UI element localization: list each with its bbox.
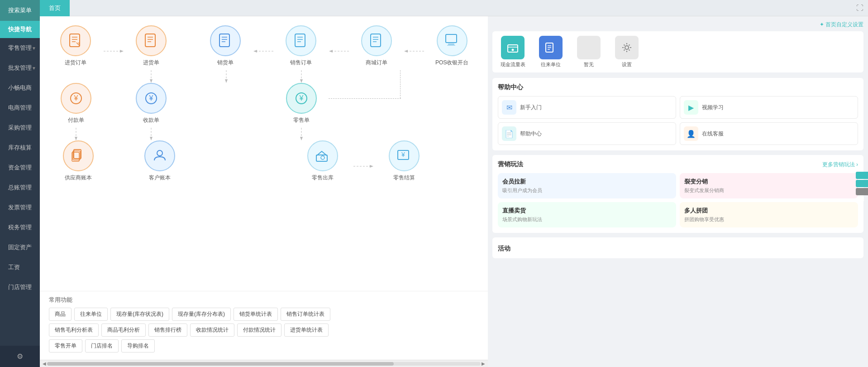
node-payment-in[interactable]: ¥ 收款单	[124, 83, 178, 124]
gear-icon: ⚙	[17, 353, 23, 360]
node-retail-order[interactable]: ¥ 零售单	[274, 83, 329, 124]
node-payment-out[interactable]: ¥ 付款单	[49, 83, 103, 124]
sidebar-item-inventory[interactable]: 库存核算	[0, 138, 40, 158]
svg-text:¥: ¥	[299, 94, 304, 102]
customize-link[interactable]: ✦ 首页自定义设置	[492, 21, 863, 29]
sidebar-item-assets[interactable]: 固定资产	[0, 237, 40, 257]
svg-marker-56	[370, 165, 373, 168]
svg-point-61	[512, 49, 514, 51]
func-btn-counterpart[interactable]: 往来单位	[74, 308, 108, 321]
help-item-newbie[interactable]: ✉ 新手入门	[498, 96, 676, 119]
func-btn-receipt-stats[interactable]: 收款情况统计	[190, 324, 234, 337]
func-btn-payment-stats[interactable]: 付款情况统计	[237, 324, 281, 337]
func-btn-retail-order[interactable]: 零售开单	[49, 339, 82, 353]
sidebar-item-tax[interactable]: 税务管理	[0, 217, 40, 237]
varrow-payment-out	[49, 128, 103, 140]
func-btn-goods-margin[interactable]: 商品毛利分析	[101, 324, 146, 337]
func-btn-guide-rank[interactable]: 导购排名	[121, 339, 155, 353]
node-purchase-bill[interactable]: 进货单	[124, 25, 178, 67]
float-btn-customer-service[interactable]: 客服热线	[856, 172, 868, 179]
sidebar-settings[interactable]: ⚙	[0, 346, 40, 367]
sidebar-item-general-ledger[interactable]: 总账管理	[0, 178, 40, 198]
main-area: 首页 ⛶ 进货订单	[40, 0, 868, 367]
func-btn-stock-dist[interactable]: 现存量(库存分布表)	[172, 308, 231, 321]
svg-marker-32	[150, 79, 153, 83]
svg-marker-48	[300, 137, 303, 140]
scroll-track[interactable]	[47, 362, 481, 366]
func-buttons-row3: 零售开单 门店排名 导购排名	[49, 339, 479, 353]
marketing-more-link[interactable]: 更多营销玩法 ›	[822, 161, 858, 169]
svg-rect-29	[448, 43, 454, 45]
marketing-item-fission[interactable]: 裂变分销 裂变式发展分销商	[680, 173, 858, 198]
svg-marker-36	[300, 79, 303, 83]
quick-icon-settings[interactable]: 设置	[611, 36, 643, 68]
svg-marker-46	[150, 137, 153, 140]
scroll-bar[interactable]: ◀ ▶	[40, 360, 488, 367]
varrow-payment-in	[124, 128, 178, 140]
func-btn-goods[interactable]: 商品	[49, 308, 72, 321]
expand-icon[interactable]: ⛶	[856, 4, 868, 12]
node-retail-warehouse[interactable]: 零售出库	[293, 140, 352, 182]
scroll-thumb[interactable]	[47, 362, 394, 366]
tab-home[interactable]: 首页	[40, 0, 70, 16]
func-btn-sales-order-stats[interactable]: 销售订单统计表	[281, 308, 330, 321]
func-btn-sales-rank[interactable]: 销售排行榜	[148, 324, 187, 337]
quick-icon-counterpart[interactable]: 往来单位	[535, 36, 567, 68]
svg-text:¥: ¥	[149, 94, 153, 102]
search-label: 搜索菜单	[8, 7, 32, 14]
quick-icon-none[interactable]: 暂无	[573, 36, 605, 68]
svg-marker-44	[75, 137, 77, 140]
sidebar-item-purchase[interactable]: 采购管理	[0, 118, 40, 138]
float-btn-community[interactable]: 服务社区	[856, 180, 868, 187]
node-supplier-account[interactable]: 供应商账本	[49, 140, 108, 182]
marketing-item-live[interactable]: 直播卖货 场景式购物新玩法	[498, 202, 676, 227]
sidebar-item-ecommerce[interactable]: 电商管理	[0, 98, 40, 118]
node-pos[interactable]: POS收银开台	[425, 25, 479, 67]
help-item-helpcenter[interactable]: 📄 帮助中心	[498, 122, 676, 145]
node-purchase-order[interactable]: 进货订单	[49, 25, 103, 67]
svg-marker-15	[253, 50, 257, 53]
sidebar-item-invoice[interactable]: 发票管理	[0, 198, 40, 217]
func-btn-sales-margin[interactable]: 销售毛利分析表	[49, 324, 99, 337]
svg-text:¥: ¥	[74, 94, 78, 102]
marketing-item-group[interactable]: 多人拼团 拼团购物享受优惠	[680, 202, 858, 227]
node-sales-bill[interactable]: 销货单	[199, 25, 253, 67]
arrow-purchase-order-to-bill	[103, 48, 124, 54]
node-retail-settlement[interactable]: ¥ 零售结算	[375, 140, 434, 182]
sidebar-item-stores[interactable]: 门店管理	[0, 277, 40, 297]
scroll-left-arrow[interactable]: ◀	[42, 361, 47, 366]
sidebar-item-salary[interactable]: 工资	[0, 257, 40, 277]
svg-rect-28	[446, 34, 457, 43]
node-customer-account[interactable]: 客户账本	[130, 140, 189, 182]
func-btn-stock-status[interactable]: 现存量(库存状况表)	[110, 308, 169, 321]
marketing-item-member[interactable]: 会员拉新 吸引用户成为会员	[498, 173, 676, 198]
help-section: 帮助中心 ✉ 新手入门 ▶ 视频学习 📄 帮助中心 👤	[492, 78, 863, 150]
sidebar-item-retail[interactable]: 零售管理▼	[0, 38, 40, 58]
varrow-retail-order	[274, 128, 329, 140]
varrow-sales-order	[274, 70, 329, 83]
svg-rect-10	[219, 34, 229, 47]
sidebar-item-wholesale[interactable]: 批发管理▼	[0, 58, 40, 78]
svg-point-66	[625, 46, 629, 49]
scroll-right-arrow[interactable]: ▶	[481, 361, 486, 366]
quicknav-label: 快捷导航	[8, 26, 32, 33]
svg-marker-5	[120, 50, 124, 53]
arrow-mall-to-sales	[328, 48, 350, 54]
func-buttons-row2: 销售毛利分析表 商品毛利分析 销售排行榜 收款情况统计 付款情况统计 进货单统计…	[49, 324, 479, 337]
func-buttons-row1: 商品 往来单位 现存量(库存状况表) 现存量(库存分布表) 销货单统计表 销售订…	[49, 308, 479, 321]
sidebar-search[interactable]: 搜索菜单	[0, 0, 40, 21]
help-item-video[interactable]: ▶ 视频学习	[680, 96, 858, 119]
help-item-online-service[interactable]: 👤 在线客服	[680, 122, 858, 145]
func-btn-purchase-stats[interactable]: 进货单统计表	[284, 324, 329, 337]
func-btn-sales-stats[interactable]: 销货单统计表	[234, 308, 278, 321]
sidebar-item-finance[interactable]: 资金管理	[0, 158, 40, 178]
help-grid: ✉ 新手入门 ▶ 视频学习 📄 帮助中心 👤 在线客服	[498, 96, 858, 145]
func-btn-store-rank[interactable]: 门店排名	[85, 339, 119, 353]
sidebar-quicknav[interactable]: 快捷导航	[0, 21, 40, 38]
sidebar-item-xiaochang[interactable]: 小畅电商	[0, 78, 40, 98]
float-btn-desktop[interactable]: 桌面快捷	[856, 188, 868, 195]
node-mall-order[interactable]: 商城订单	[350, 25, 404, 67]
svg-point-52	[157, 150, 162, 156]
node-sales-order[interactable]: 销售订单	[274, 25, 328, 67]
quick-icon-cashflow[interactable]: 现金流量表	[497, 36, 529, 68]
